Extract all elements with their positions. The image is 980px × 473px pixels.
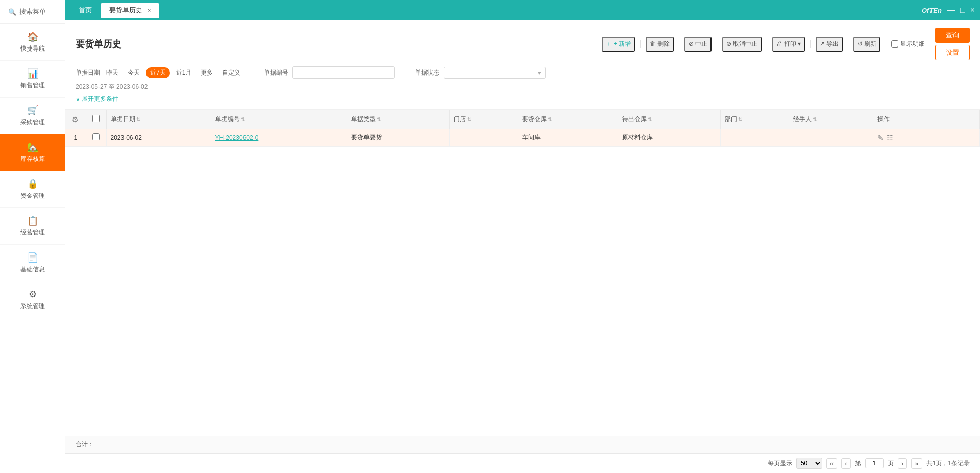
table-area: ⚙ 单据日期 ⇅ 单据编号 xyxy=(65,110,980,436)
sidebar-item-label: 采购管理 xyxy=(20,118,45,127)
per-page-label: 每页显示 xyxy=(768,459,792,468)
sort-doc-type-icon[interactable]: ⇅ xyxy=(377,116,381,122)
expand-more-btn[interactable]: ∨ 展开更多条件 xyxy=(76,94,970,103)
cancel-stop-button[interactable]: ⊘ 取消中止 xyxy=(722,37,762,52)
refresh-icon: ↺ xyxy=(857,40,863,48)
next-page-btn[interactable]: › xyxy=(898,458,907,469)
export-button[interactable]: ↗ 导出 xyxy=(816,37,843,52)
stop-button[interactable]: ⊘ 中止 xyxy=(684,37,712,52)
doc-icon: 📄 xyxy=(27,252,38,263)
td-req-warehouse: 车间库 xyxy=(518,129,618,147)
sort-pending-warehouse-icon[interactable]: ⇅ xyxy=(648,116,652,122)
sidebar-search[interactable]: 🔍 搜索菜单 xyxy=(0,0,65,24)
tab-bar: 首页 要货单历史 × OfTEn — □ × xyxy=(65,0,980,20)
sidebar-item-purchase[interactable]: 🛒 采购管理 xyxy=(0,98,65,134)
query-button[interactable]: 查询 xyxy=(935,28,970,43)
sort-store-icon[interactable]: ⇅ xyxy=(467,116,471,122)
page-prefix: 第 xyxy=(855,459,861,468)
row-edit-icon[interactable]: ✎ xyxy=(877,134,884,142)
sidebar-item-label: 资金管理 xyxy=(20,192,45,200)
date-btn-yesterday[interactable]: 昨天 xyxy=(103,67,121,78)
sidebar-item-finance[interactable]: 🔒 资金管理 xyxy=(0,171,65,208)
refresh-label: 刷新 xyxy=(864,40,876,49)
export-label: 导出 xyxy=(826,40,839,49)
window-close-btn[interactable]: × xyxy=(970,6,975,15)
content-area: 要货单历史 ＋ + 新增 🗑 删除 ⊘ 中止 ⊘ xyxy=(65,20,980,473)
print-icon: 🖨 xyxy=(776,40,782,48)
th-handler: 经手人 ⇅ xyxy=(789,110,873,129)
td-doc-type: 要货单要货 xyxy=(347,129,449,147)
settings-button[interactable]: 设置 xyxy=(935,45,970,60)
th-req-warehouse: 要货仓库 ⇅ xyxy=(518,110,618,129)
row-doc-no[interactable]: YH-20230602-0 xyxy=(215,134,259,141)
first-page-btn[interactable]: « xyxy=(826,458,837,469)
sidebar-item-sales[interactable]: 📊 销售管理 xyxy=(0,61,65,98)
sort-handler-icon[interactable]: ⇅ xyxy=(813,116,817,122)
divider-6 xyxy=(848,40,848,48)
date-btn-today[interactable]: 今天 xyxy=(125,67,143,78)
display-detail-checkbox[interactable] xyxy=(891,40,898,48)
delete-button[interactable]: 🗑 删除 xyxy=(646,37,674,52)
filter-area: 单据日期 昨天 今天 近7天 近1月 更多 自定义 单据编号 单据状态 ▾ xyxy=(65,60,980,110)
page-title: 要货单历史 xyxy=(76,38,121,50)
sidebar: 🔍 搜索菜单 🏠 快捷导航 📊 销售管理 🛒 采购管理 🏡 库存核算 🔒 资金管… xyxy=(0,0,65,473)
sort-doc-no-icon[interactable]: ⇅ xyxy=(241,116,245,122)
sort-req-warehouse-icon[interactable]: ⇅ xyxy=(548,116,552,122)
print-button[interactable]: 🖨 打印 ▾ xyxy=(772,37,805,52)
doc-no-input[interactable] xyxy=(292,66,395,79)
tab-close-icon[interactable]: × xyxy=(148,7,151,13)
clipboard-icon: 📋 xyxy=(27,215,38,226)
sidebar-item-basic-info[interactable]: 📄 基础信息 xyxy=(0,245,65,281)
delete-icon: 🗑 xyxy=(650,40,656,48)
footer-summary: 合计： xyxy=(65,436,980,453)
sidebar-item-inventory[interactable]: 🏡 库存核算 xyxy=(0,134,65,171)
status-select[interactable]: ▾ xyxy=(444,67,546,79)
sidebar-item-operation[interactable]: 📋 经营管理 xyxy=(0,208,65,245)
td-pending-warehouse: 原材料仓库 xyxy=(618,129,720,147)
row-checkbox[interactable] xyxy=(92,133,100,140)
window-maximize-btn[interactable]: □ xyxy=(960,6,965,15)
sort-department-icon[interactable]: ⇅ xyxy=(738,116,742,122)
per-page-select[interactable]: 50 100 200 xyxy=(796,458,822,469)
td-index: 1 xyxy=(65,129,86,147)
display-detail-toggle[interactable]: 显示明细 xyxy=(891,40,925,49)
table-body: 1 2023-06-02 YH-20230602-0 要货单要货 xyxy=(65,129,980,147)
select-all-checkbox[interactable] xyxy=(92,115,100,122)
cancel-stop-icon: ⊘ xyxy=(726,40,731,48)
sidebar-item-label: 销售管理 xyxy=(20,81,45,90)
tab-home[interactable]: 首页 xyxy=(70,3,100,18)
row-op-icons: ✎ ☷ xyxy=(877,134,975,142)
date-btn-custom[interactable]: 自定义 xyxy=(219,67,243,78)
page-header: 要货单历史 ＋ + 新增 🗑 删除 ⊘ 中止 ⊘ xyxy=(65,20,980,60)
tab-active[interactable]: 要货单历史 × xyxy=(101,3,159,18)
date-btn-1month[interactable]: 近1月 xyxy=(173,67,195,78)
sidebar-item-system[interactable]: ⚙ 系统管理 xyxy=(0,281,65,318)
sidebar-item-quick-nav[interactable]: 🏠 快捷导航 xyxy=(0,24,65,61)
page-suffix: 页 xyxy=(888,459,894,468)
main-area: 首页 要货单历史 × OfTEn — □ × 要货单历史 ＋ + 新增 🗑 xyxy=(65,0,980,473)
th-checkbox xyxy=(86,110,106,129)
refresh-button[interactable]: ↺ 刷新 xyxy=(853,37,880,52)
td-store xyxy=(450,129,518,147)
sort-date-icon[interactable]: ⇅ xyxy=(136,116,140,122)
date-btn-more[interactable]: 更多 xyxy=(198,67,216,78)
page-input[interactable] xyxy=(865,458,884,468)
th-store-label: 门店 xyxy=(454,115,466,124)
divider-1 xyxy=(640,40,641,48)
house-icon: 🏡 xyxy=(27,141,38,153)
row-detail-icon[interactable]: ☷ xyxy=(887,134,893,142)
last-page-btn[interactable]: » xyxy=(911,458,922,469)
add-button[interactable]: ＋ + 新增 xyxy=(602,37,635,52)
status-filter: 单据状态 ▾ xyxy=(415,67,546,79)
prev-page-btn[interactable]: ‹ xyxy=(841,458,850,469)
status-chevron-icon: ▾ xyxy=(538,69,541,76)
window-minimize-btn[interactable]: — xyxy=(947,6,955,15)
td-checkbox xyxy=(86,129,106,147)
divider-3 xyxy=(717,40,717,48)
date-btn-7days[interactable]: 近7天 xyxy=(146,67,170,78)
column-settings-icon[interactable]: ⚙ xyxy=(72,115,79,124)
th-doc-type: 单据类型 ⇅ xyxy=(347,110,449,129)
th-pending-warehouse-label: 待出仓库 xyxy=(622,115,647,124)
chevron-down-icon: ∨ xyxy=(76,96,80,103)
th-department: 部门 ⇅ xyxy=(721,110,789,129)
